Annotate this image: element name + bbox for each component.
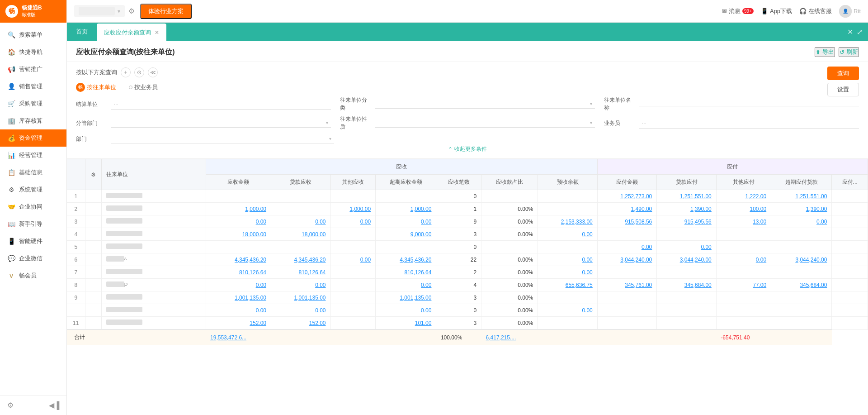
export-icon: ⬆ bbox=[816, 49, 821, 56]
sidebar-item-finance[interactable]: 💰 资金管理 bbox=[0, 129, 66, 147]
add-scheme-btn[interactable]: + bbox=[121, 67, 131, 77]
table-row: 101,252,773.001,251,551.001,222.001,251,… bbox=[67, 190, 868, 203]
logo-text-group: 畅捷通B 标准版 bbox=[22, 5, 42, 18]
sidebar-item-quicknav[interactable]: 🏠 快捷导航 bbox=[0, 43, 66, 61]
sidebar-item-purchase[interactable]: 🛒 采购管理 bbox=[0, 95, 66, 112]
division-input[interactable]: ▾ bbox=[111, 119, 331, 128]
th-payable-more: 应付... bbox=[832, 175, 868, 190]
sidebar-item-basic[interactable]: 📋 基础信息 bbox=[0, 164, 66, 181]
partner-name-cell bbox=[101, 190, 206, 203]
messages-badge: 99+ bbox=[742, 8, 754, 14]
settings-button[interactable]: 设置 bbox=[827, 83, 859, 96]
service-icon: 🎧 bbox=[799, 8, 807, 14]
partner-name-label: 往来单位名称 bbox=[604, 96, 636, 112]
more-scheme-btn[interactable]: ≪ bbox=[148, 67, 158, 77]
sidebar-item-guide[interactable]: 📖 新手引导 bbox=[0, 215, 66, 233]
sidebar-item-system[interactable]: ⚙ 系统管理 bbox=[0, 181, 66, 198]
footer-receivable-amount: 19,553,472.6... bbox=[206, 329, 271, 345]
salesman-label: 业务员 bbox=[604, 119, 636, 127]
th-overdue-payable: 超期应付货款 bbox=[771, 175, 832, 190]
basic-icon: 📋 bbox=[7, 169, 15, 176]
filter-partner-type: 往来单位性质 ▾ bbox=[340, 115, 595, 131]
sidebar-item-wechat[interactable]: 💬 企业微信 bbox=[0, 250, 66, 267]
partner-category-input[interactable]: ▾ bbox=[375, 100, 595, 109]
breadcrumb: ▾ ⚙ 体验行业方案 bbox=[74, 4, 722, 19]
partner-name-cell bbox=[101, 291, 206, 304]
tab-bar-right: ✕ ⤢ bbox=[847, 28, 868, 36]
footer-label: 合计 bbox=[67, 329, 206, 345]
sidebar-item-marketing[interactable]: 📢 营销推广 bbox=[0, 61, 66, 78]
table-row: 11152.00152.00101.0030.00% bbox=[67, 317, 868, 330]
user-info[interactable]: 👤 Rit bbox=[839, 5, 861, 18]
sidebar-item-member[interactable]: V 畅会员 bbox=[0, 267, 66, 284]
th-receivable-count: 应收笔数 bbox=[436, 175, 481, 190]
system-icon: ⚙ bbox=[7, 186, 15, 193]
sidebar-settings-btn[interactable]: ⚙ bbox=[7, 401, 14, 410]
header-gear-icon[interactable]: ⚙ bbox=[128, 7, 135, 15]
refresh-btn[interactable]: ↺ 刷新 bbox=[839, 47, 859, 57]
online-service-btn[interactable]: 🎧 在线客服 bbox=[799, 7, 832, 15]
salesman-input[interactable]: ··· bbox=[639, 118, 859, 129]
tab-home[interactable]: 首页 bbox=[67, 23, 97, 41]
settings-scheme-btn[interactable]: ⊙ bbox=[134, 67, 144, 77]
table-row: 30.000.000.000.0090.00%2,153,333.00915,5… bbox=[67, 215, 868, 228]
collapse-btn[interactable]: ⌃ 收起更多条件 bbox=[76, 145, 859, 153]
settlement-unit-label: 结算单位 bbox=[76, 100, 108, 108]
filter-action-btns: 查询 设置 bbox=[827, 67, 859, 96]
th-settings[interactable]: ⚙ bbox=[85, 159, 101, 190]
tab-balance-query[interactable]: 应收应付余额查询 ✕ bbox=[97, 24, 166, 42]
sidebar-item-enterprise[interactable]: 🤝 企业协同 bbox=[0, 198, 66, 215]
export-btn[interactable]: ⬆ 导出 bbox=[815, 47, 835, 57]
location-chevron-icon: ▾ bbox=[118, 8, 120, 14]
division-chevron-icon: ▾ bbox=[326, 120, 328, 125]
partner-type-input[interactable]: ▾ bbox=[375, 119, 595, 128]
app-download-btn[interactable]: 📱 App下载 bbox=[761, 7, 792, 15]
footer-overdue-payable: -654,751.40 bbox=[716, 329, 771, 345]
sidebar-collapse-btn[interactable]: ◀▐ bbox=[49, 401, 59, 410]
main-content: 应收应付余额查询(按往来单位) ⬆ 导出 ↺ 刷新 按以下方案查询 + ⊙ ≪ bbox=[67, 41, 868, 415]
tab-close-window-icon[interactable]: ✕ bbox=[847, 28, 853, 36]
th-payable-amount: 应付金额 bbox=[597, 175, 657, 190]
sidebar-item-management[interactable]: 📊 经营管理 bbox=[0, 147, 66, 164]
sidebar-item-search[interactable]: 🔍 搜索菜单 bbox=[0, 26, 66, 43]
guide-icon: 📖 bbox=[7, 220, 15, 228]
messages-btn[interactable]: ✉ 消息 99+ bbox=[722, 7, 754, 15]
th-advance-balance: 预收余额 bbox=[538, 175, 598, 190]
footer-advance-balance: 6,417,215.... bbox=[481, 329, 538, 345]
table-row: 0.000.000.0000.00%0.00 bbox=[67, 304, 868, 317]
location-text bbox=[79, 7, 115, 15]
scheme-by-partner[interactable]: 畅 按往来单位 bbox=[76, 83, 116, 92]
footer-row: 合计 19,553,472.6... 100.00% 6,417,215....… bbox=[67, 329, 868, 345]
page-actions: ⬆ 导出 ↺ 刷新 bbox=[815, 47, 859, 57]
scheme-by-salesman[interactable]: 按业务员 bbox=[127, 83, 158, 91]
table-area[interactable]: ⚙ 往来单位 应收 应付 bbox=[67, 159, 868, 415]
department-input[interactable]: ▾ bbox=[111, 134, 334, 143]
sidebar-item-hardware[interactable]: 📱 智能硬件 bbox=[0, 233, 66, 250]
header-location[interactable]: ▾ bbox=[74, 5, 125, 17]
filter-division: 分管部门 ▾ bbox=[76, 119, 331, 128]
table-settings-icon[interactable]: ⚙ bbox=[91, 172, 96, 178]
settlement-unit-input[interactable]: ··· bbox=[111, 99, 331, 110]
sidebar-item-sales[interactable]: 👤 销售管理 bbox=[0, 78, 66, 95]
filter-toolbar: 按以下方案查询 + ⊙ ≪ bbox=[76, 67, 859, 77]
partner-name-cell bbox=[101, 241, 206, 253]
partner-name-cell: P bbox=[101, 279, 206, 291]
tab-close-icon[interactable]: ✕ bbox=[155, 29, 159, 36]
table-row: 7810,126.64810,126.64810,126.6420.00%0.0… bbox=[67, 266, 868, 279]
table-body: 101,252,773.001,251,551.001,222.001,251,… bbox=[67, 190, 868, 330]
scheme-dot-icon bbox=[129, 86, 132, 89]
th-loan-payable: 贷款应付 bbox=[657, 175, 717, 190]
filter-area: 按以下方案查询 + ⊙ ≪ 畅 按往来单位 按业务员 结算单位 bbox=[67, 62, 868, 159]
tab-maximize-icon[interactable]: ⤢ bbox=[857, 28, 863, 36]
search-menu-icon: 🔍 bbox=[7, 31, 15, 38]
partner-name-input[interactable] bbox=[639, 102, 859, 106]
partner-name-cell: ^ bbox=[101, 253, 206, 266]
department-label: 部门 bbox=[76, 135, 108, 143]
filter-row-2: 分管部门 ▾ 往来单位性质 ▾ 业务员 ··· bbox=[76, 115, 859, 131]
query-button[interactable]: 查询 bbox=[827, 67, 859, 80]
home-icon: 🏠 bbox=[7, 48, 15, 56]
th-other-receivable: 其他应收 bbox=[330, 175, 376, 190]
promo-button[interactable]: 体验行业方案 bbox=[140, 4, 192, 19]
sidebar-item-inventory[interactable]: 🏢 库存核算 bbox=[0, 112, 66, 129]
table-row: 8P0.000.000.0040.00%655,636.75345,761.00… bbox=[67, 279, 868, 291]
